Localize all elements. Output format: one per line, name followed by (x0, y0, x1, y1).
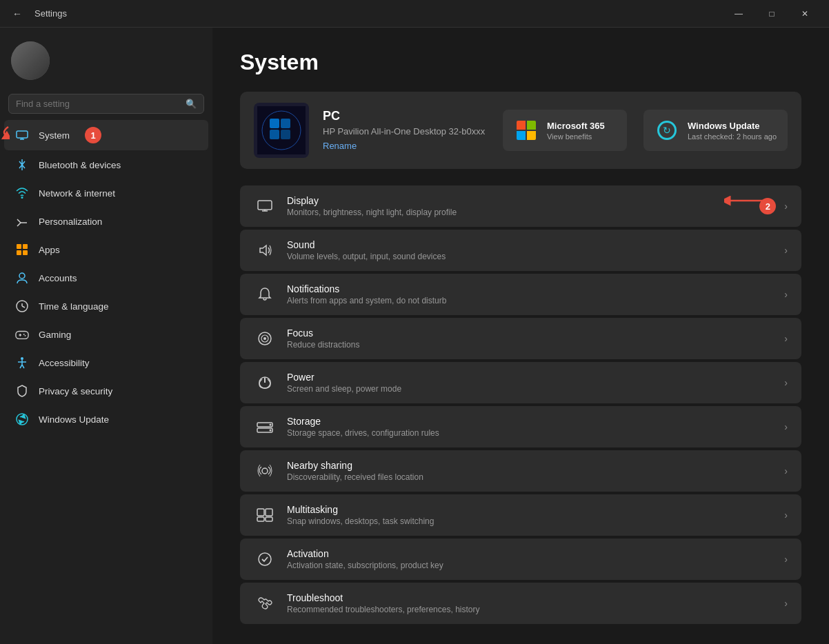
sidebar-item-accounts-label: Accounts (39, 273, 77, 283)
display-chevron: › (784, 201, 788, 212)
sidebar-item-accessibility-label: Accessibility (39, 358, 90, 368)
titlebar-left: ← Settings (8, 6, 67, 22)
winupdate-card[interactable]: ↻ Windows Update Last checked: 2 hours a… (643, 110, 788, 151)
troubleshoot-icon (254, 592, 276, 614)
bluetooth-icon (15, 158, 29, 172)
focus-text: Focus Reduce distractions (287, 328, 784, 350)
svg-point-42 (270, 430, 272, 432)
device-rename-link[interactable]: Rename (323, 141, 357, 151)
activation-icon (254, 548, 276, 570)
svg-rect-44 (257, 509, 264, 516)
settings-row-focus[interactable]: Focus Reduce distractions › (240, 318, 801, 359)
svg-rect-6 (23, 244, 28, 249)
multitasking-sub: Snap windows, desktops, task switching (287, 516, 784, 526)
sidebar-item-apps[interactable]: Apps (4, 236, 208, 263)
sidebar-nav: System 1 (0, 119, 212, 644)
notifications-icon (254, 283, 276, 305)
sound-icon (254, 239, 276, 261)
svg-line-21 (20, 365, 22, 368)
time-icon (15, 299, 29, 313)
storage-chevron: › (784, 421, 788, 432)
notifications-chevron: › (784, 289, 788, 300)
sidebar-item-personalization-label: Personalization (39, 217, 102, 227)
apps-icon (15, 243, 29, 256)
sound-sub: Volume levels, output, input, sound devi… (287, 252, 784, 261)
sidebar-item-network[interactable]: Network & internet (4, 179, 208, 207)
sidebar-item-gaming[interactable]: Gaming (4, 321, 208, 348)
svg-rect-46 (257, 517, 264, 521)
device-model: HP Pavilion All-in-One Desktop 32-b0xxx (323, 126, 489, 137)
svg-point-16 (23, 334, 25, 335)
svg-line-22 (22, 365, 24, 368)
sidebar-item-privacy[interactable]: Privacy & security (4, 377, 208, 405)
sidebar-item-system-label: System (39, 130, 70, 141)
storage-icon (254, 416, 276, 438)
settings-row-troubleshoot[interactable]: Troubleshoot Recommended troubleshooters… (240, 583, 801, 624)
close-button[interactable]: ✕ (789, 3, 821, 25)
svg-point-17 (25, 335, 26, 336)
notifications-sub: Alerts from apps and system, do not dist… (287, 296, 784, 305)
sidebar-item-update-label: Windows Update (39, 414, 109, 425)
settings-row-storage[interactable]: Storage Storage space, drives, configura… (240, 406, 801, 447)
annotation-arrow-2 (724, 195, 766, 206)
svg-point-3 (21, 197, 23, 199)
svg-rect-8 (23, 250, 28, 255)
storage-title: Storage (287, 416, 784, 427)
power-icon (254, 372, 276, 394)
sidebar-item-gaming-label: Gaming (39, 330, 71, 340)
sidebar-item-bluetooth[interactable]: Bluetooth & devices (4, 151, 208, 179)
sidebar: 🔍 System 1 (0, 28, 212, 644)
settings-row-activation[interactable]: Activation Activation state, subscriptio… (240, 539, 801, 580)
sidebar-item-privacy-label: Privacy & security (39, 386, 112, 396)
app-layout: 🔍 System 1 (0, 28, 829, 644)
ms365-icon (514, 118, 539, 143)
settings-row-multitasking[interactable]: Multitasking Snap windows, desktops, tas… (240, 494, 801, 536)
svg-rect-47 (266, 517, 272, 521)
minimize-button[interactable]: — (723, 3, 755, 25)
sidebar-item-accessibility[interactable]: Accessibility (4, 349, 208, 376)
sidebar-item-system[interactable]: System 1 (4, 120, 208, 150)
display-title: Display (287, 195, 759, 206)
notifications-text: Notifications Alerts from apps and syste… (287, 283, 784, 305)
ms365-info: Microsoft 365 View benefits (547, 121, 605, 141)
settings-row-display[interactable]: Display Monitors, brightness, night ligh… (240, 185, 801, 227)
back-button[interactable]: ← (8, 6, 26, 22)
update-icon (15, 412, 29, 426)
device-name: PC (323, 109, 489, 123)
svg-rect-27 (281, 119, 290, 128)
annotation-arrow-1 (0, 125, 10, 139)
search-icon: 🔍 (186, 99, 197, 109)
activation-title: Activation (287, 548, 784, 559)
settings-row-power[interactable]: Power Screen and sleep, power mode › (240, 362, 801, 403)
multitasking-title: Multitasking (287, 504, 784, 515)
svg-rect-26 (270, 119, 279, 128)
troubleshoot-chevron: › (784, 598, 788, 609)
svg-point-41 (270, 424, 272, 426)
sidebar-item-time[interactable]: Time & language (4, 292, 208, 320)
nearby-title: Nearby sharing (287, 460, 784, 471)
device-info: PC HP Pavilion All-in-One Desktop 32-b0x… (323, 109, 489, 152)
sidebar-item-update[interactable]: Windows Update (4, 405, 208, 433)
search-input[interactable] (16, 99, 180, 109)
svg-rect-0 (17, 131, 28, 138)
sidebar-item-apps-label: Apps (39, 245, 60, 255)
nearby-sub: Discoverability, received files location (287, 472, 784, 482)
sidebar-profile (0, 28, 212, 94)
ms365-sub: View benefits (547, 132, 605, 141)
sidebar-item-personalization[interactable]: Personalization (4, 208, 208, 235)
avatar (11, 41, 50, 80)
sound-text: Sound Volume levels, output, input, soun… (287, 239, 784, 261)
settings-row-nearby[interactable]: Nearby sharing Discoverability, received… (240, 450, 801, 492)
svg-point-43 (262, 468, 268, 474)
power-sub: Screen and sleep, power mode (287, 384, 784, 394)
multitasking-text: Multitasking Snap windows, desktops, tas… (287, 504, 784, 526)
ms365-card[interactable]: Microsoft 365 View benefits (503, 110, 627, 151)
sidebar-item-bluetooth-label: Bluetooth & devices (39, 160, 121, 170)
maximize-button[interactable]: □ (756, 3, 788, 25)
svg-point-36 (263, 337, 266, 340)
sidebar-item-accounts[interactable]: Accounts (4, 264, 208, 292)
search-box[interactable]: 🔍 (8, 94, 204, 114)
settings-row-notifications[interactable]: Notifications Alerts from apps and syste… (240, 274, 801, 315)
troubleshoot-title: Troubleshoot (287, 592, 784, 603)
settings-row-sound[interactable]: Sound Volume levels, output, input, soun… (240, 230, 801, 271)
